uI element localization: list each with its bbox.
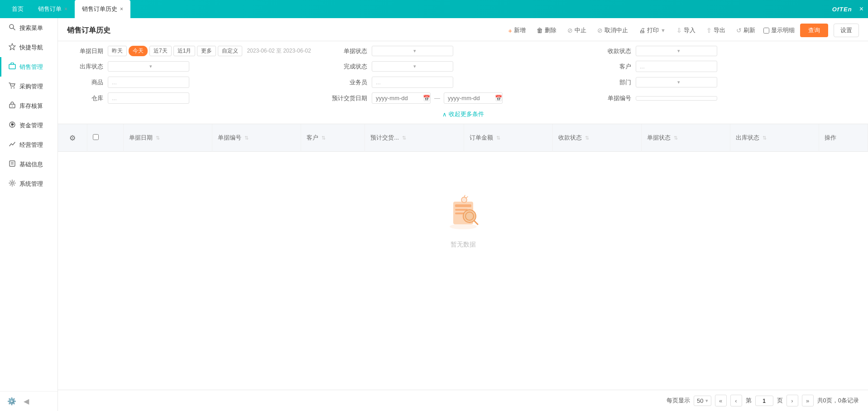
bill-status-select[interactable]: ▾	[372, 46, 453, 56]
inventory-icon	[9, 102, 16, 110]
dept-select[interactable]: ▾	[636, 77, 717, 87]
page-size-value: 50	[697, 397, 703, 404]
page-prefix-label: 第	[746, 396, 752, 405]
customer-input[interactable]: ...	[636, 61, 717, 72]
close-tab-sales-order-history[interactable]: ×	[120, 6, 123, 12]
sidebar-item-system[interactable]: 系统管理	[0, 174, 58, 193]
toolbar: + 新增 🗑 删除 ⊘ 中止 ⊘ 取消中止 🖨 打印	[505, 24, 859, 37]
print-button[interactable]: 🖨 打印 ▼	[636, 24, 668, 36]
sidebar-item-basic-info[interactable]: 基础信息	[0, 155, 58, 174]
settings-bottom-icon[interactable]: ⚙️	[7, 397, 16, 406]
date-btn-1month[interactable]: 近1月	[173, 46, 196, 56]
empty-text: 暂无数据	[451, 241, 476, 249]
search-icon	[9, 24, 16, 32]
svg-rect-3	[9, 64, 15, 69]
table-settings-button[interactable]: ⚙	[63, 129, 82, 147]
collapse-sidebar-icon[interactable]: ◀	[24, 397, 29, 406]
delivery-date-to[interactable]: 📅	[444, 92, 503, 104]
tab-home[interactable]: 首页	[5, 0, 31, 18]
sidebar-item-quick-nav[interactable]: 快捷导航	[0, 38, 58, 57]
refresh-button[interactable]: ↺ 刷新	[734, 24, 758, 36]
sidebar-item-search[interactable]: 搜索菜单	[0, 18, 58, 38]
delivery-date-from-input[interactable]	[376, 95, 421, 102]
business-icon	[9, 140, 16, 149]
delivery-date-to-input[interactable]	[448, 95, 493, 102]
export-icon: ⇧	[706, 27, 712, 34]
svg-rect-16	[455, 209, 468, 211]
col-bill-no[interactable]: 单据编号 ⇅	[212, 124, 301, 152]
export-button[interactable]: ⇧ 导出	[704, 24, 728, 36]
bill-no-label: 单据编号	[595, 94, 636, 102]
first-page-button[interactable]: «	[715, 395, 727, 406]
date-btn-yesterday[interactable]: 昨天	[108, 46, 127, 56]
select-all-checkbox[interactable]	[93, 134, 99, 140]
print-dropdown-icon: ▼	[661, 28, 666, 33]
sort-delivery-date-icon: ⇅	[402, 135, 406, 140]
goods-input[interactable]: ...	[108, 77, 189, 88]
salesman-label: 业务员	[331, 78, 372, 87]
warehouse-label: 仓库	[67, 94, 108, 102]
close-tab-sales-order[interactable]: ×	[64, 6, 67, 12]
prev-page-button[interactable]: ‹	[730, 395, 742, 406]
delivery-date-from[interactable]: 📅	[372, 92, 431, 104]
page-number-input[interactable]	[755, 396, 773, 406]
col-delivery-status[interactable]: 出库状态 ⇅	[730, 124, 819, 152]
cancel-stop-button[interactable]: ⊘ 取消中止	[595, 24, 631, 36]
stop-button[interactable]: ⊘ 中止	[565, 24, 589, 36]
date-btn-custom[interactable]: 自定义	[218, 46, 242, 56]
collapse-filter-row[interactable]: ∧ 收起更多条件	[67, 108, 859, 119]
sidebar-item-system-label: 系统管理	[19, 180, 43, 188]
tab-sales-order[interactable]: 销售订单 ×	[31, 0, 75, 18]
refresh-icon: ↺	[736, 27, 742, 34]
sidebar-item-business[interactable]: 经营管理	[0, 135, 58, 155]
payment-status-select[interactable]: ▾	[636, 46, 717, 56]
salesman-input[interactable]: ...	[372, 77, 453, 88]
date-filter-control: 昨天 今天 近7天 近1月 更多 自定义 2023-06-02 至 2023-0…	[108, 46, 331, 56]
col-date[interactable]: 单据日期 ⇅	[124, 124, 212, 152]
show-detail-checkbox[interactable]	[763, 28, 769, 34]
date-btn-more[interactable]: 更多	[197, 46, 216, 56]
payment-status-label: 收款状态	[595, 47, 636, 55]
date-btn-today[interactable]: 今天	[129, 46, 148, 56]
col-payment-status[interactable]: 收款状态 ⇅	[553, 124, 642, 152]
sidebar-item-inventory[interactable]: 库存核算	[0, 96, 58, 116]
complete-status-select[interactable]: ▾	[372, 61, 453, 72]
table-area: ⚙ 单据日期 ⇅ 单据编号 ⇅	[58, 124, 868, 390]
warehouse-input[interactable]: ...	[108, 92, 189, 104]
window-close-button[interactable]: ×	[859, 5, 863, 13]
empty-state: 暂无数据	[58, 152, 868, 285]
sort-bill-status-icon: ⇅	[674, 135, 678, 140]
sidebar-item-finance[interactable]: 资金管理	[0, 116, 58, 135]
delivery-date-control: 📅 — 📅	[372, 92, 595, 104]
payment-status-dropdown-icon: ▾	[677, 48, 713, 54]
delivery-status-select[interactable]: ▾	[108, 61, 189, 72]
col-delivery-date[interactable]: 预计交货... ⇅	[365, 124, 464, 152]
sidebar-item-purchase[interactable]: 采购管理	[0, 77, 58, 96]
page-size-select[interactable]: 50 ▾	[694, 396, 711, 406]
filter-row-3: 商品 ... 业务员 ... 部门 ▾	[67, 77, 859, 88]
show-detail-checkbox-label[interactable]: 显示明细	[763, 26, 795, 34]
last-page-button[interactable]: »	[802, 395, 814, 406]
next-page-button[interactable]: ›	[786, 395, 798, 406]
delete-button[interactable]: 🗑 删除	[534, 24, 559, 36]
import-button[interactable]: ⇩ 导入	[674, 24, 698, 36]
svg-marker-2	[9, 44, 15, 50]
col-customer[interactable]: 客户 ⇅	[301, 124, 365, 152]
print-icon: 🖨	[639, 27, 645, 34]
sort-payment-status-icon: ⇅	[585, 135, 589, 140]
bill-no-input[interactable]	[636, 96, 717, 101]
svg-line-23	[466, 197, 468, 198]
col-amount[interactable]: 订单金额 ⇅	[464, 124, 553, 152]
finance-icon	[9, 121, 16, 130]
top-bar: 首页 销售订单 × 销售订单历史 × OfTEn ×	[0, 0, 868, 18]
col-bill-status[interactable]: 单据状态 ⇅	[642, 124, 730, 152]
svg-line-22	[464, 195, 465, 197]
tab-sales-order-history[interactable]: 销售订单历史 ×	[75, 0, 130, 18]
setting-button[interactable]: 设置	[834, 24, 859, 37]
sidebar-item-business-label: 经营管理	[19, 141, 43, 149]
date-btn-7days[interactable]: 近7天	[149, 46, 172, 56]
sidebar-item-sales[interactable]: 销售管理	[0, 57, 58, 77]
query-button[interactable]: 查询	[800, 24, 828, 37]
total-records-text: 共0页，0条记录	[817, 396, 859, 405]
new-button[interactable]: + 新增	[505, 24, 528, 36]
